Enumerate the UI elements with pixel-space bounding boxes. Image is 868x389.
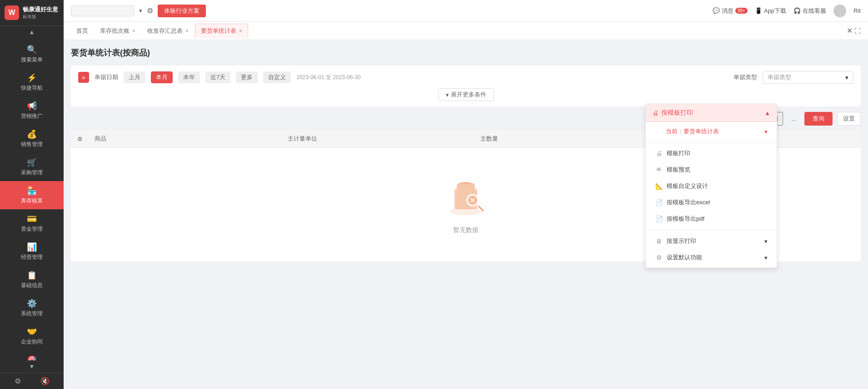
operation-icon: 📊 <box>27 242 37 252</box>
tab-receipt_summary[interactable]: 收发存汇总表× <box>142 24 194 38</box>
tab-inventory_batch[interactable]: 库存批次账× <box>95 24 141 38</box>
date-btn-自定义[interactable]: 自定义 <box>263 71 291 83</box>
more-options-btn[interactable]: ... <box>788 114 800 124</box>
panel-collapse-icon[interactable]: ▲ <box>764 110 770 116</box>
date-btn-上月[interactable]: 上月 <box>124 71 145 83</box>
template_print-icon: 🖨 <box>655 150 663 157</box>
expand-more-label: 展开更多条件 <box>451 91 486 99</box>
table-settings-icon[interactable]: ⚙ <box>71 130 89 147</box>
sidebar-scroll-down[interactable]: ▼ <box>0 360 64 373</box>
sidebar-item-collab[interactable]: 🤝企业协同 <box>0 322 64 350</box>
tab-home[interactable]: 首页 <box>71 24 94 38</box>
empty-illustration <box>443 175 489 221</box>
sales-icon: 💰 <box>27 129 37 139</box>
doc-type-dropdown[interactable]: 单据类型 ▾ <box>763 71 853 84</box>
export_excel-icon: 📄 <box>655 199 663 206</box>
print-panel-icon: 🖨 <box>652 109 658 116</box>
header: ▾ ⚙ 体验行业方案 💬 消息 99+ 📱 App下载 🎧 在线客服 Rit <box>64 0 868 22</box>
dropdown-panel-header: 🖨 按模板打印 ▲ <box>646 104 777 122</box>
sidebar-label: 资金管理 <box>21 225 43 233</box>
expand-more-btn[interactable]: ▾ 展开更多条件 <box>438 88 494 101</box>
header-left: ▾ ⚙ 体验行业方案 <box>71 5 206 17</box>
tabs-right: ✕ ⛶ <box>847 26 861 35</box>
tab-close-receipt_summary[interactable]: × <box>185 28 189 34</box>
message-icon: 💬 <box>713 7 720 14</box>
message-badge: 99+ <box>735 8 748 14</box>
dropdown-group-set_default[interactable]: ⚙设置默认功能▾ <box>646 249 777 266</box>
group-chevron-icon: ▾ <box>764 254 768 261</box>
dropdown-current-item[interactable]: 当前：要货单统计表 ▾ <box>646 124 777 139</box>
system-icon: ⚙️ <box>27 298 37 308</box>
sidebar-label: 系统管理 <box>21 310 43 318</box>
sidebar-item-purchase[interactable]: 🛒采购管理 <box>0 153 64 181</box>
message-label: 消息 <box>722 7 733 15</box>
header-search-input[interactable] <box>71 5 135 16</box>
display_print-icon: 🖥 <box>655 237 663 245</box>
settings-icon[interactable]: ⚙ <box>15 377 21 385</box>
header-gear-icon[interactable]: ⚙ <box>147 6 153 15</box>
sidebar-item-shortcut[interactable]: ⚡快捷导航 <box>0 68 64 96</box>
dropdown-group-display_print[interactable]: 🖥按显示打印▾ <box>646 233 777 249</box>
purchase-icon: 🛒 <box>27 157 37 167</box>
settings-btn[interactable]: 设置 <box>837 112 861 126</box>
mute-icon[interactable]: 🔇 <box>40 377 50 385</box>
dropdown-chevron-icon: ▾ <box>845 74 848 81</box>
tab-close-order_stats[interactable]: × <box>239 28 242 34</box>
close-tab-icon[interactable]: ✕ <box>847 26 853 35</box>
sidebar-item-operation[interactable]: 📊经营管理 <box>0 237 64 266</box>
sidebar-scroll-up[interactable]: ▲ <box>0 26 64 38</box>
tab-label: 库存批次账 <box>100 27 130 35</box>
trial-button[interactable]: 体验行业方案 <box>158 5 206 17</box>
dropdown-items-section: 🖨模板打印👁模板预览📐模板自定义设计📄按模板导出excel📄按模板导出pdf <box>646 143 777 229</box>
phone-icon: 📱 <box>755 7 762 14</box>
expand-tab-icon[interactable]: ⛶ <box>854 27 861 35</box>
sidebar-item-sales[interactable]: 💰销售管理 <box>0 125 64 153</box>
dropdown-template_preview[interactable]: 👁模板预览 <box>646 162 777 178</box>
app-download-label: App下载 <box>764 7 786 15</box>
sidebar-item-basic[interactable]: 📋基础信息 <box>0 266 64 294</box>
dropdown-divider-2 <box>646 230 777 230</box>
dropdown-item-label: 模板打印 <box>667 149 690 157</box>
sidebar: W 畅康通好生意 标准版 ▲ 🔍搜索菜单⚡快捷导航📢营销推广💰销售管理🛒采购管理… <box>0 0 64 389</box>
date-btn-本年[interactable]: 本年 <box>178 71 200 83</box>
sidebar-item-inventory[interactable]: 🏪库存核算 <box>0 181 64 209</box>
tab-close-inventory_batch[interactable]: × <box>132 28 135 34</box>
date-btn-更多[interactable]: 更多 <box>236 71 258 83</box>
sidebar-item-guide[interactable]: 🎯新手引导 <box>0 350 64 360</box>
header-right: 💬 消息 99+ 📱 App下载 🎧 在线客服 Rit <box>713 5 861 17</box>
tab-label: 首页 <box>76 27 88 35</box>
expand-filter-btn[interactable]: » <box>78 72 89 83</box>
sidebar-item-marketing[interactable]: 📢营销推广 <box>0 96 64 125</box>
message-item[interactable]: 💬 消息 99+ <box>713 7 748 15</box>
dropdown-export_pdf[interactable]: 📄按模板导出pdf <box>646 211 777 227</box>
date-btn-近7天[interactable]: 近7天 <box>205 71 230 83</box>
page-content: 要货单统计表(按商品) » 单据日期 上月本月本年近7天更多自定义2023-06… <box>64 40 868 389</box>
group-label: 按显示打印 <box>667 237 696 245</box>
marketing-icon: 📢 <box>27 101 37 111</box>
dropdown-export_excel[interactable]: 📄按模板导出excel <box>646 194 777 211</box>
online-service-item[interactable]: 🎧 在线客服 <box>793 7 826 15</box>
collab-icon: 🤝 <box>27 327 37 337</box>
dropdown-template_print[interactable]: 🖨模板打印 <box>646 145 777 162</box>
tab-order_stats[interactable]: 要货单统计表× <box>195 24 248 38</box>
search-icon: 🔍 <box>27 45 37 55</box>
sidebar-item-system[interactable]: ⚙️系统管理 <box>0 294 64 322</box>
user-avatar[interactable] <box>833 5 846 17</box>
query-btn[interactable]: 查询 <box>804 112 833 126</box>
dropdown-item-label: 按模板导出excel <box>667 198 710 207</box>
expand-more-row: ▾ 展开更多条件 <box>78 88 853 101</box>
sidebar-nav: 🔍搜索菜单⚡快捷导航📢营销推广💰销售管理🛒采购管理🏪库存核算💳资金管理📊经营管理… <box>0 38 64 360</box>
sidebar-label: 快捷导航 <box>21 84 43 92</box>
sidebar-item-finance[interactable]: 💳资金管理 <box>0 209 64 237</box>
header-dropdown-icon[interactable]: ▾ <box>139 7 142 14</box>
tab-label: 要货单统计表 <box>201 27 236 35</box>
app-version: 标准版 <box>23 14 58 20</box>
current-chevron-icon: ▾ <box>764 128 768 135</box>
export_pdf-icon: 📄 <box>655 215 663 222</box>
date-btn-本月[interactable]: 本月 <box>151 71 173 83</box>
date-range: 2023-06-01 至 2023-06-30 <box>296 74 360 81</box>
dropdown-template_design[interactable]: 📐模板自定义设计 <box>646 178 777 194</box>
username: Rit <box>853 7 861 14</box>
app-download-item[interactable]: 📱 App下载 <box>755 7 786 15</box>
sidebar-item-search[interactable]: 🔍搜索菜单 <box>0 40 64 68</box>
